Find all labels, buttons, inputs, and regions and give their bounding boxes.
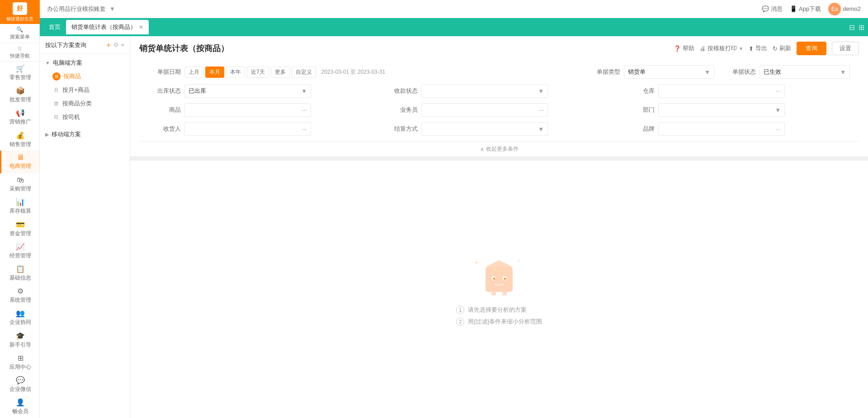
maximize-icon[interactable]: ⊞ [859,23,864,32]
sidebar-item-wholesale[interactable]: 📦 批发管理 [0,84,39,106]
query-button[interactable]: 查询 [797,42,826,55]
sidebar-item-apps[interactable]: ⊞ 应用中心 [0,351,39,373]
print-button[interactable]: 🖨 按模板打印 ▼ [700,44,743,52]
sidebar-item-quick[interactable]: ☆ 快捷导航 [0,43,39,62]
step-1-num: 1 [456,306,464,314]
minimize-icon[interactable]: ⊟ [849,23,855,32]
doctype-select[interactable]: 销货单 ▼ [624,65,714,79]
sidebar-item-finance[interactable]: 💳 资金管理 [0,218,39,240]
filter-col-warehouse: 仓库 ··· [622,84,850,98]
dots-icon: ··· [302,106,307,114]
tree-group-mobile: ▶ 移动端方案 [40,126,130,143]
print-label: 按模板打印 [708,44,737,52]
outstatus-select[interactable]: 已出库 ▼ [184,84,311,98]
sidebar-item-wechat[interactable]: 💬 企业微信 [0,373,39,395]
docstatus-value: 已生效 [764,68,781,76]
sidebar-item-member[interactable]: 👤 畅会员 [0,396,39,418]
warehouse-input[interactable]: ··· [658,84,785,98]
dots-icon: ··· [302,125,307,133]
sidebar-item-purchase[interactable]: 🛍 采购管理 [0,173,39,195]
help-button[interactable]: ❓ 帮助 [674,44,694,52]
goods-input[interactable]: ··· [184,103,311,117]
add-scheme-button[interactable]: + [106,41,110,49]
user-menu[interactable]: Ea demo2 [828,3,861,15]
salesman-input[interactable]: ··· [421,103,548,117]
collapse-label: 收起更多条件 [486,145,519,153]
date-btn-this-month[interactable]: 本月 [205,66,224,78]
tree-child-by-month[interactable]: 月 按月+商品 [40,83,130,97]
sidebar-item-label: 营销推广 [9,118,31,126]
refresh-label: 刷新 [779,44,791,52]
sidebar: 好 畅捷通好生意 🔍 搜索菜单 ☆ 快捷导航 🛒 零售管理 📦 批发管理 📢 营… [0,0,40,418]
sidebar-item-base[interactable]: 📋 基础信息 [0,262,39,284]
purchase-icon: 🛍 [17,176,24,184]
refresh-button[interactable]: ↻ 刷新 [773,44,791,52]
chevron-down-icon[interactable]: ▼ [109,5,115,12]
sidebar-item-collab[interactable]: 👥 企业协同 [0,307,39,329]
logo-icon: 好 [13,2,27,15]
page-actions: ❓ 帮助 🖨 按模板打印 ▼ ⬆ 导出 ↻ [674,42,859,55]
ecom-icon: 🖥 [17,153,24,162]
edit-scheme-button[interactable]: ⊙ [113,41,118,49]
app-logo[interactable]: 好 畅捷通好生意 [0,0,40,24]
chevron-down-icon: ▼ [704,69,710,76]
receiver-label: 收货人 [148,125,184,133]
tab-close-icon[interactable]: ✕ [139,24,143,30]
tree-child-by-category[interactable]: 类 按商品分类 [40,97,130,110]
left-panel-actions: + ⊙ « [106,41,124,49]
date-btn-more[interactable]: 更多 [271,66,290,78]
base-icon: 📋 [16,265,25,273]
logo-text: 畅捷通好生意 [6,16,33,22]
dept-select[interactable]: ▼ [658,103,785,117]
sidebar-item-retail[interactable]: 🛒 零售管理 [0,62,39,84]
sidebar-item-system[interactable]: ⚙ 系统管理 [0,285,39,307]
settle-label: 结算方式 [385,125,421,133]
sidebar-item-search[interactable]: 🔍 搜索菜单 [0,24,39,43]
app-download-button[interactable]: 📱 App下载 [790,5,821,13]
message-button[interactable]: 💬 消息 [762,5,783,13]
sidebar-item-label: 资金管理 [9,230,31,238]
sidebar-item-ecom[interactable]: 🖥 电商管理 [0,151,39,173]
date-btn-custom[interactable]: 自定义 [292,66,316,78]
finance-icon: 💳 [16,220,25,229]
sidebar-item-label: 新手引导 [9,341,31,349]
collapse-bar[interactable]: ∧ 收起更多条件 [139,141,859,157]
paystatus-label: 收款状态 [385,87,421,95]
tree-child-by-cashier[interactable]: 司 按司机 [40,110,130,124]
tree-parent-desktop[interactable]: ▼ 电脑端方案 [40,56,130,70]
tab-home[interactable]: 首页 [43,20,66,34]
date-btn-7days[interactable]: 近7天 [247,66,269,78]
tab-report[interactable]: 销货单统计表（按商品） ✕ [66,20,149,34]
refresh-icon: ↻ [773,45,778,52]
retail-icon: 🛒 [16,64,25,73]
paystatus-select[interactable]: ▼ [421,84,548,98]
sidebar-item-label: 畅会员 [12,408,28,415]
sales-icon: 💰 [16,131,25,140]
sidebar-item-sales[interactable]: 💰 销售管理 [0,128,39,151]
sidebar-item-marketing[interactable]: 📢 营销推广 [0,106,39,128]
receiver-input[interactable]: ··· [184,122,311,136]
brand-input[interactable]: ··· [658,122,785,136]
home-tab-label: 首页 [49,23,61,31]
sidebar-item-guide[interactable]: 🎓 新手引导 [0,329,39,351]
inventory-icon: 📊 [16,198,25,206]
tree-parent-mobile[interactable]: ▶ 移动端方案 [40,128,130,141]
export-button[interactable]: ⬆ 导出 [749,44,767,52]
tree-child-by-product[interactable]: 按 按商品 [40,70,130,83]
settle-select[interactable]: ▼ [421,122,548,136]
download-icon: 📱 [790,5,797,12]
left-panel: 按以下方案查询 + ⊙ « ▼ 电脑端方案 按 按商品 月 [40,36,130,418]
collapse-panel-button[interactable]: « [121,41,124,49]
step-2-text: 用[过滤]条件来缩小分析范围 [468,318,542,326]
date-btn-last-month[interactable]: 上月 [184,66,203,78]
filter-col-receiver: 收货人 ··· [148,122,376,136]
sidebar-item-ops[interactable]: 📈 经营管理 [0,240,39,262]
report-tab-label: 销货单统计表（按商品） [71,23,136,31]
app-download-label: App下载 [799,5,821,13]
docstatus-select[interactable]: 已生效 ▼ [760,65,850,79]
date-btn-this-year[interactable]: 本年 [226,66,245,78]
sidebar-item-inventory[interactable]: 📊 库存核算 [0,195,39,218]
filter-row-3: 商品 ··· 业务员 ··· [148,103,850,117]
goods-label: 商品 [148,106,184,114]
settings-button[interactable]: 设置 [832,42,859,55]
